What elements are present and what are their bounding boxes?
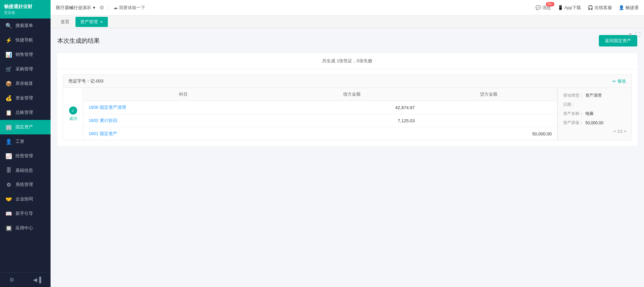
- sidebar-item-应用中心[interactable]: 🔲 应用中心: [0, 221, 51, 235]
- sidebar-icon: 📈: [5, 153, 12, 159]
- online-service-label: 在线客服: [594, 5, 612, 11]
- voucher-edit-btn[interactable]: ✏ 修改: [612, 78, 626, 84]
- message-icon: 💬: [535, 5, 541, 10]
- sidebar-label: 基础信息: [16, 167, 33, 173]
- sidebar: 畅捷通好业财 普及版 🔍 搜索菜单 ⚡ 快捷导航 📊 销售管理 🛒 采购管理 📦…: [0, 0, 51, 287]
- topbar-divider: |: [108, 5, 109, 10]
- sidebar-item-采购管理[interactable]: 🛒 采购管理: [0, 62, 51, 76]
- next-page-icon[interactable]: >: [624, 129, 626, 134]
- headset-icon: 🎧: [588, 5, 593, 10]
- sidebar-label: 资金管理: [16, 95, 33, 101]
- experience-btn[interactable]: ☁ 我要体验一下: [113, 5, 145, 11]
- voucher-table: 科目 借方金额 贷方金额 1606 固定资产清理 42,874.97 1602 …: [83, 88, 557, 140]
- user-profile-btn[interactable]: 👤 畅捷通: [619, 5, 639, 11]
- experience-label: 我要体验一下: [119, 5, 145, 11]
- th-debit: 借方金额: [283, 88, 420, 101]
- success-icon: ✓: [69, 106, 77, 115]
- panel-controls: ✕ ⛶: [628, 32, 641, 38]
- app-download-label: App下载: [564, 5, 581, 11]
- sidebar-item-系统管理[interactable]: ⚙ 系统管理: [0, 178, 51, 192]
- sidebar-item-新手引导[interactable]: 📖 新手引导: [0, 206, 51, 221]
- sidebar-label: 企业协同: [16, 196, 33, 202]
- sidebar-label: 销售管理: [16, 52, 33, 58]
- sidebar-label: 搜索菜单: [16, 23, 33, 29]
- sidebar-label: 采购管理: [16, 66, 33, 72]
- voucher-body: ✓ 成功 科目 借方金额 贷方金额 1606 固定资产清理 42,874.97: [63, 88, 632, 140]
- sidebar-item-总账管理[interactable]: 📋 总账管理: [0, 105, 51, 120]
- side-info-pagination: < 1/1 >: [563, 129, 626, 134]
- sidebar-label: 经营管理: [16, 153, 33, 159]
- sidebar-label: 快捷导航: [16, 37, 33, 43]
- side-info: 变动类型： 资产清理 日期： 资产名称： 电脑 资产原值：: [557, 88, 632, 140]
- sidebar-item-资金管理[interactable]: 💰 资金管理: [0, 91, 51, 105]
- expand-panel-icon[interactable]: ⛶: [635, 32, 641, 38]
- edit-label: 修改: [617, 78, 626, 84]
- sidebar-header: 畅捷通好业财 普及版: [0, 0, 51, 19]
- sidebar-label: 工资: [16, 138, 24, 145]
- sidebar-item-企业协同[interactable]: 🤝 企业协同: [0, 192, 51, 206]
- pagination-text: 1/1: [617, 129, 624, 134]
- prev-page-icon[interactable]: <: [614, 129, 616, 134]
- tab-home[interactable]: 首页: [56, 17, 74, 27]
- settings-gear-icon[interactable]: ⚙: [99, 4, 104, 11]
- company-name: 医疗器械行业演示: [56, 5, 91, 11]
- sidebar-icon: ⚡: [5, 37, 12, 43]
- main-area: 医疗器械行业演示 ▾ ⚙ | ☁ 我要体验一下 💬 消息 99+ 📱 App下载…: [51, 0, 644, 287]
- sidebar-nav: 🔍 搜索菜单 ⚡ 快捷导航 📊 销售管理 🛒 采购管理 📦 库存核算 💰 资金管…: [0, 19, 51, 272]
- td-debit: 42,874.97: [283, 102, 420, 114]
- cloud-icon: ☁: [113, 5, 118, 10]
- td-subject: 1601 固定资产: [83, 127, 283, 140]
- messages-btn[interactable]: 💬 消息 99+: [535, 5, 551, 11]
- topbar: 医疗器械行业演示 ▾ ⚙ | ☁ 我要体验一下 💬 消息 99+ 📱 App下载…: [51, 0, 644, 15]
- sidebar-item-销售管理[interactable]: 📊 销售管理: [0, 47, 51, 62]
- topbar-right: 💬 消息 99+ 📱 App下载 🎧 在线客服 👤 畅捷通: [535, 5, 639, 11]
- sidebar-item-搜索菜单[interactable]: 🔍 搜索菜单: [0, 19, 51, 33]
- dropdown-icon: ▾: [93, 5, 95, 10]
- sidebar-icon: 📋: [5, 109, 12, 116]
- close-panel-icon[interactable]: ✕: [628, 32, 633, 38]
- sidebar-icon: ⚙: [5, 182, 12, 188]
- collapse-icon[interactable]: ◀▐: [30, 275, 43, 284]
- sidebar-label: 应用中心: [16, 225, 33, 231]
- tab-close-icon[interactable]: ✕: [100, 20, 103, 24]
- side-info-date: 日期：: [563, 102, 626, 107]
- sidebar-icon: 👤: [5, 138, 12, 145]
- sidebar-icon: 📊: [5, 52, 12, 58]
- page-title: 本次生成的结果: [57, 37, 100, 45]
- tab-asset-management[interactable]: 资产管理 ✕: [75, 17, 108, 27]
- sidebar-item-基础信息[interactable]: 🗄 基础信息: [0, 163, 51, 178]
- sidebar-icon: 📦: [5, 81, 12, 87]
- change-type-label: 变动类型：: [563, 93, 583, 98]
- voucher-section: 凭证字号：记-003 ✏ 修改 ✓ 成功: [63, 74, 632, 140]
- voucher-rows: 1606 固定资产清理 42,874.97 1602 累计折旧 7,125.03…: [83, 101, 557, 140]
- sidebar-item-库存核算[interactable]: 📦 库存核算: [0, 76, 51, 91]
- messages-badge: 99+: [546, 2, 554, 6]
- sidebar-item-经营管理[interactable]: 📈 经营管理: [0, 149, 51, 163]
- voucher-header: 凭证字号：记-003 ✏ 修改: [63, 75, 632, 88]
- company-selector[interactable]: 医疗器械行业演示 ▾: [56, 5, 95, 11]
- sidebar-item-固定资产[interactable]: 🏢 固定资产: [0, 120, 51, 134]
- sidebar-label: 新手引导: [16, 211, 33, 217]
- sidebar-bottom: ⚙ ◀▐: [0, 272, 51, 287]
- settings-icon[interactable]: ⚙: [7, 275, 17, 284]
- app-download-btn[interactable]: 📱 App下载: [558, 5, 581, 11]
- th-credit: 贷方金额: [420, 88, 557, 101]
- sidebar-icon: 🗄: [5, 167, 12, 173]
- sidebar-item-快捷导航[interactable]: ⚡ 快捷导航: [0, 33, 51, 47]
- asset-value-value: 50,000.00: [585, 121, 603, 125]
- td-subject: 1602 累计折旧: [83, 114, 283, 127]
- online-service-btn[interactable]: 🎧 在线客服: [588, 5, 612, 11]
- edit-icon: ✏: [612, 79, 616, 84]
- sidebar-icon: 🔲: [5, 225, 12, 231]
- date-label: 日期：: [563, 102, 582, 107]
- avatar-icon: 👤: [619, 5, 624, 10]
- sidebar-icon: 🏢: [5, 124, 12, 130]
- status-text: 成功: [69, 116, 77, 122]
- td-credit: [420, 104, 557, 111]
- change-type-value: 资产清理: [585, 93, 602, 98]
- td-subject: 1606 固定资产清理: [83, 101, 283, 114]
- tab-asset-label: 资产管理: [80, 19, 98, 25]
- mobile-icon: 📱: [558, 5, 563, 10]
- td-debit: 7,125.03: [283, 115, 420, 127]
- sidebar-item-工资[interactable]: 👤 工资: [0, 134, 51, 149]
